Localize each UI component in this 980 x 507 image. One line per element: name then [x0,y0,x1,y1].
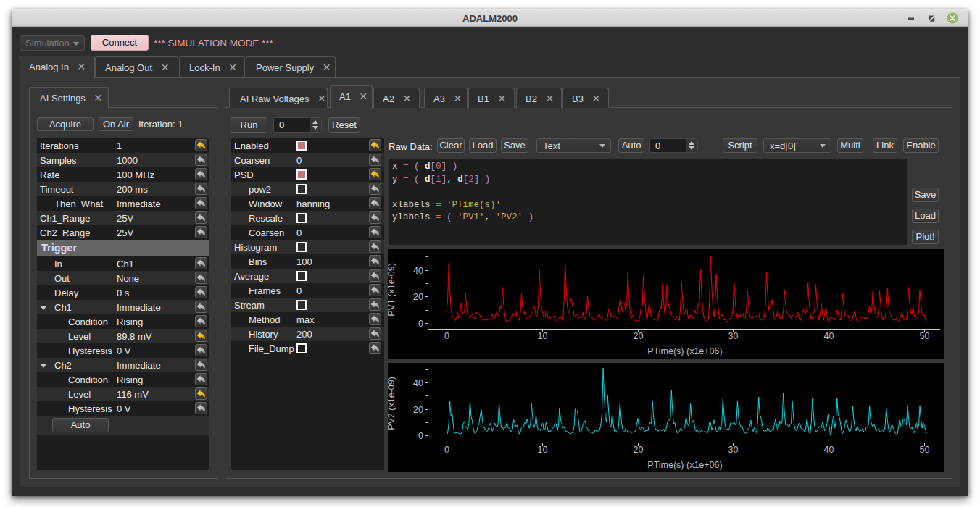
svg-text:PV2 (x1e-09): PV2 (x1e-09) [388,377,396,430]
svg-text:PV1 (x1e-09): PV1 (x1e-09) [388,263,396,317]
svg-text:20: 20 [634,445,644,455]
svg-text:10: 10 [538,445,548,455]
svg-text:40: 40 [824,445,834,455]
svg-text:20: 20 [634,331,644,341]
svg-text:40: 40 [413,378,423,388]
svg-text:20: 20 [413,292,423,302]
svg-text:40: 40 [824,331,834,341]
svg-text:0: 0 [418,431,423,441]
svg-text:PTime(s) (x1e+06): PTime(s) (x1e+06) [647,460,722,470]
svg-text:0: 0 [444,331,449,341]
svg-text:50: 50 [920,445,930,455]
svg-text:40: 40 [413,266,423,276]
svg-text:10: 10 [538,331,548,341]
svg-text:30: 30 [728,331,739,341]
svg-text:0: 0 [418,319,423,329]
svg-text:30: 30 [728,445,739,455]
svg-text:PTime(s) (x1e+06): PTime(s) (x1e+06) [647,346,722,356]
svg-text:50: 50 [920,331,930,341]
svg-text:0: 0 [444,445,449,455]
svg-text:20: 20 [413,405,423,415]
